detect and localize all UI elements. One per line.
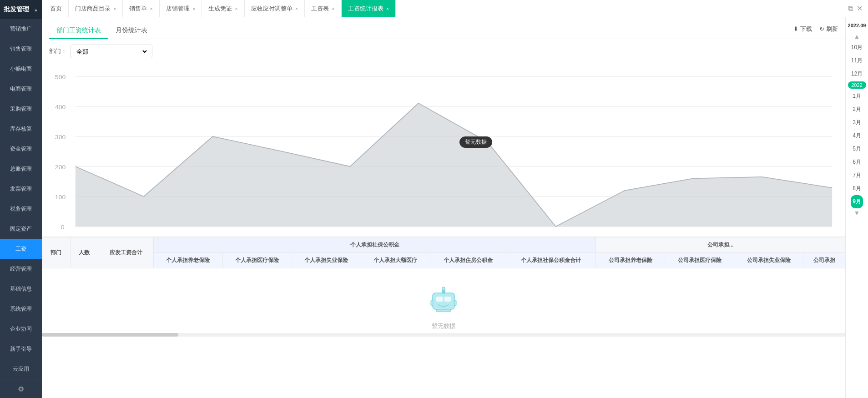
col-company-other: 公司承担 xyxy=(803,253,845,268)
table-header-row-2: 个人承担养老保险 个人承担医疗保险 个人承担失业保险 个人承担大额医疗 个人承担… xyxy=(42,253,845,268)
refresh-label: 刷新 xyxy=(826,25,838,33)
download-icon: ⬇ xyxy=(793,25,798,32)
sidebar-item-14[interactable]: 系统管理 xyxy=(0,299,42,319)
department-select-input[interactable]: 全部 xyxy=(75,48,148,55)
tab-item-2[interactable]: 销售单× xyxy=(123,0,159,17)
sidebar-item-2[interactable]: 小畅电商 xyxy=(0,59,42,79)
tab-item-6[interactable]: 工资表× xyxy=(305,0,341,17)
date-month-8[interactable]: 9月 xyxy=(851,195,863,208)
sub-tab-0[interactable]: 部门工资统计表 xyxy=(49,23,108,39)
date-panel-header: 2022.09 xyxy=(846,21,868,30)
filter-bar: 部门： 全部 xyxy=(42,39,845,64)
sidebar-item-7[interactable]: 总账管理 xyxy=(0,159,42,179)
download-button[interactable]: ⬇ 下载 xyxy=(793,25,812,33)
svg-rect-15 xyxy=(444,297,451,302)
close-window-button[interactable]: ✕ xyxy=(857,4,863,13)
tabs-actions: ⧉ ✕ xyxy=(848,4,866,13)
sidebar-item-12[interactable]: 经营管理 xyxy=(0,259,42,279)
col-count: 人数 xyxy=(70,237,98,268)
tab-close-2[interactable]: × xyxy=(150,6,152,11)
tab-label-0: 首页 xyxy=(50,5,62,13)
col-total-salary: 应发工资合计 xyxy=(98,237,154,268)
sidebar-item-13[interactable]: 基础信息 xyxy=(0,279,42,299)
refresh-icon: ↻ xyxy=(819,25,824,32)
tab-label-2: 销售单 xyxy=(129,5,147,13)
table-container[interactable]: 部门 人数 应发工资合计 个人承担社保公积金 公司承担... 个人承担养老保险 … xyxy=(42,237,845,337)
tab-item-1[interactable]: 门店商品目录× xyxy=(69,0,123,17)
tab-item-4[interactable]: 生成凭证× xyxy=(202,0,244,17)
tab-label-4: 生成凭证 xyxy=(208,5,232,13)
tab-item-0[interactable]: 首页 xyxy=(44,0,69,17)
tab-close-4[interactable]: × xyxy=(235,6,237,11)
svg-text:300: 300 xyxy=(55,134,66,140)
sidebar-header[interactable]: 批发管理 ▲ xyxy=(0,0,42,19)
svg-point-17 xyxy=(442,287,445,290)
tab-item-3[interactable]: 店铺管理× xyxy=(160,0,202,17)
tab-close-3[interactable]: × xyxy=(192,6,195,11)
sidebar-item-5[interactable]: 库存核算 xyxy=(0,119,42,139)
sidebar-item-4[interactable]: 采购管理 xyxy=(0,99,42,119)
col-personal-pension: 个人承担养老保险 xyxy=(153,253,222,268)
date-nav-down[interactable]: ▼ xyxy=(854,208,860,217)
date-month-5[interactable]: 6月 xyxy=(851,156,863,169)
sub-tab-actions: ⬇ 下载 ↻ 刷新 xyxy=(793,25,838,37)
date-month-2[interactable]: 3月 xyxy=(851,116,863,129)
table-header-row-1: 部门 人数 应发工资合计 个人承担社保公积金 公司承担... xyxy=(42,237,845,253)
content-area: 部门工资统计表月份统计表 ⬇ 下载 ↻ 刷新 部门： 全 xyxy=(42,17,868,398)
sidebar-item-11[interactable]: 工资 xyxy=(0,239,42,259)
sidebar-item-16[interactable]: 新手引导 xyxy=(0,339,42,359)
col-group-company: 公司承担... xyxy=(596,237,845,253)
tab-close-6[interactable]: × xyxy=(332,6,334,11)
department-select[interactable]: 全部 xyxy=(71,45,152,58)
sidebar-item-10[interactable]: 固定资产 xyxy=(0,219,42,239)
horizontal-scrollbar[interactable] xyxy=(42,333,845,337)
sidebar-item-1[interactable]: 销售管理 xyxy=(0,39,42,59)
sidebar-item-15[interactable]: 企业协同 xyxy=(0,319,42,339)
col-personal-large-medical: 个人承担大额医疗 xyxy=(361,253,430,268)
date-nav-up[interactable]: ▲ xyxy=(854,32,860,41)
refresh-button[interactable]: ↻ 刷新 xyxy=(819,25,838,33)
sidebar-item-9[interactable]: 税务管理 xyxy=(0,199,42,219)
chart-no-data-tooltip: 暂无数据 xyxy=(459,136,492,148)
col-personal-medical: 个人承担医疗保险 xyxy=(222,253,292,268)
sidebar-item-3[interactable]: 电商管理 xyxy=(0,79,42,99)
col-company-unemployment: 公司承担失业保险 xyxy=(734,253,803,268)
date-2022-2[interactable]: 12月 xyxy=(849,67,864,81)
col-department: 部门 xyxy=(42,237,71,268)
svg-text:200: 200 xyxy=(55,164,66,170)
svg-text:500: 500 xyxy=(55,74,66,80)
tab-close-1[interactable]: × xyxy=(113,6,116,11)
sidebar-title: 批发管理 xyxy=(4,5,29,14)
sub-tab-1[interactable]: 月份统计表 xyxy=(108,23,155,39)
tab-close-5[interactable]: × xyxy=(295,6,298,11)
tab-label-5: 应收应付调整单 xyxy=(251,5,293,13)
tab-label-3: 店铺管理 xyxy=(166,5,190,13)
data-table: 部门 人数 应发工资合计 个人承担社保公积金 公司承担... 个人承担养老保险 … xyxy=(42,237,845,268)
tab-label-7: 工资统计报表 xyxy=(348,5,384,13)
date-month-1[interactable]: 2月 xyxy=(851,103,863,116)
col-group-personal: 个人承担社保公积金 xyxy=(153,237,595,253)
chart-area: 0 100 200 300 400 500 xyxy=(42,64,845,237)
svg-rect-20 xyxy=(436,309,451,312)
sidebar-collapse-icon: ▲ xyxy=(34,7,38,12)
date-month-4[interactable]: 5月 xyxy=(851,142,863,156)
page-content: 部门工资统计表月份统计表 ⬇ 下载 ↻ 刷新 部门： 全 xyxy=(42,17,845,398)
date-2022-0[interactable]: 10月 xyxy=(849,41,864,54)
svg-rect-13 xyxy=(433,293,454,309)
restore-button[interactable]: ⧉ xyxy=(848,5,853,13)
date-month-3[interactable]: 4月 xyxy=(851,129,863,142)
date-month-0[interactable]: 1月 xyxy=(851,90,863,103)
col-personal-unemployment: 个人承担失业保险 xyxy=(292,253,361,268)
date-2022-1[interactable]: 11月 xyxy=(849,54,864,67)
sidebar-item-8[interactable]: 发票管理 xyxy=(0,179,42,199)
tab-item-7[interactable]: 工资统计报表× xyxy=(342,0,396,17)
sidebar-item-0[interactable]: 营销推广 xyxy=(0,19,42,39)
date-month-6[interactable]: 7月 xyxy=(851,169,863,182)
tab-close-7[interactable]: × xyxy=(386,6,389,11)
scrollbar-thumb[interactable] xyxy=(42,333,178,337)
sidebar-item-6[interactable]: 资金管理 xyxy=(0,139,42,159)
tab-item-5[interactable]: 应收应付调整单× xyxy=(245,0,305,17)
sidebar-item-17[interactable]: 云应用 xyxy=(0,359,42,379)
settings-icon[interactable]: ⚙ xyxy=(0,379,42,398)
date-month-7[interactable]: 8月 xyxy=(851,182,863,195)
